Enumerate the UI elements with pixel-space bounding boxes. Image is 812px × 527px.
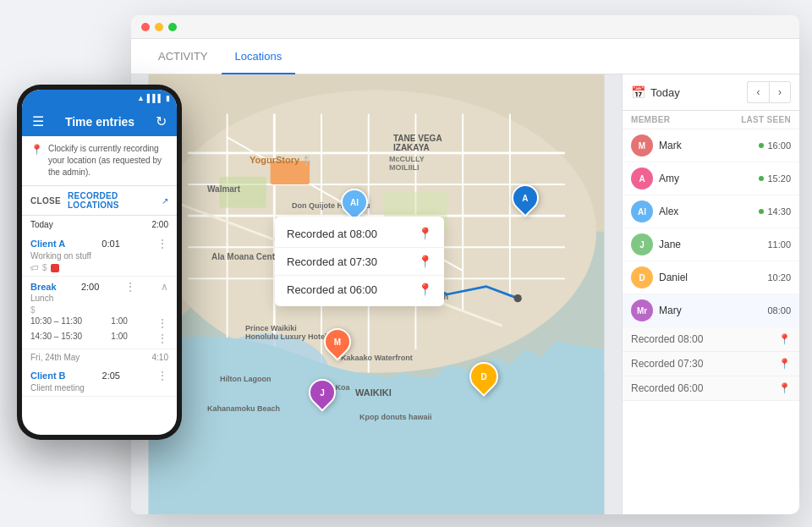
member-row-jane[interactable]: J Jane 11:00 [623, 228, 799, 261]
break-tags: $ [30, 305, 168, 315]
map-pin-user4[interactable]: J [309, 379, 336, 406]
name-jane: Jane [659, 239, 767, 250]
today-duration: 2:00 [152, 220, 168, 229]
location-alert-icon: 📍 [30, 144, 43, 156]
svg-point-22 [514, 294, 522, 302]
phone-alert: 📍 Clockify is currently recording your l… [22, 136, 177, 186]
tag-s-a: $ [42, 263, 47, 272]
prev-arrow[interactable]: ‹ [747, 81, 769, 103]
recorded-row-3[interactable]: Recorded 06:00 📍 [623, 376, 799, 401]
map-pin-user5[interactable]: D [469, 362, 498, 391]
avatar-mary: Mr [631, 299, 653, 321]
break-more-1[interactable]: ⋮ [156, 316, 168, 330]
map-pin-user3[interactable]: M [324, 328, 351, 355]
time-mark: 16:00 [767, 140, 791, 151]
popup-item-2[interactable]: Recorded at 07:30 📍 [275, 248, 444, 276]
recorded-row-2[interactable]: Recorded 07:30 📍 [623, 352, 799, 376]
break-dur-2: 1:00 [111, 332, 127, 345]
avatar-amy: A [631, 167, 653, 189]
stop-button-a[interactable] [51, 264, 59, 272]
map-pin-user2[interactable]: A [512, 184, 539, 211]
popup-item-3[interactable]: Recorded at 06:00 📍 [275, 276, 444, 303]
col-member: MEMBER [631, 115, 670, 124]
refresh-icon[interactable]: ↻ [156, 113, 167, 129]
online-dot-alex [759, 209, 764, 214]
minimize-dot[interactable] [155, 23, 163, 31]
external-link-icon[interactable]: ↗ [162, 196, 168, 206]
avatar-jane: J [631, 233, 653, 255]
entry-time-a: 0:01 [102, 239, 119, 249]
hamburger-icon[interactable]: ☰ [32, 113, 44, 129]
member-list: M Mark 16:00 A Amy 15:20 Al [623, 129, 799, 514]
entry-tags-a: 🏷 $ [30, 263, 168, 272]
battery-icon: ▮ [166, 94, 170, 102]
name-mark: Mark [659, 140, 759, 151]
recorded-label-3: Recorded 06:00 [631, 382, 703, 394]
window-titlebar [131, 15, 799, 39]
nav-arrows: ‹ › [747, 81, 791, 103]
entry-more-a[interactable]: ⋮ [156, 237, 168, 250]
entry-more-b[interactable]: ⋮ [156, 369, 168, 382]
time-mary: 08:00 [767, 305, 791, 316]
entry-header-a: Client A 0:01 ⋮ [30, 237, 168, 250]
tab-locations[interactable]: Locations [222, 39, 296, 74]
today-text: Today [30, 220, 53, 229]
fri-duration: 4:10 [152, 353, 168, 362]
today-group: 📅 Today [631, 85, 680, 99]
popup-pin-1: 📍 [418, 227, 432, 240]
map-pin-user1[interactable]: Al [341, 189, 368, 216]
rec-pin-3: 📍 [778, 382, 791, 394]
map-container: YogurStory 🍴 Walmart TANE VEGAIZAKAYA Mc… [131, 74, 622, 514]
close-dot[interactable] [141, 23, 150, 31]
name-amy: Amy [659, 173, 759, 184]
close-recorded-bar: CLOSE RECORDED LOCATIONS ↗ [22, 186, 177, 216]
tab-activity[interactable]: ACTIVITY [145, 39, 222, 74]
popup-item-1[interactable]: Recorded at 08:00 📍 [275, 220, 444, 248]
table-header: MEMBER LAST SEEN [623, 111, 799, 129]
break-dur-1: 1:00 [111, 316, 127, 330]
avatar-alex: Al [631, 200, 653, 222]
mobile-phone: ▲ ▌▌▌ ▮ ☰ Time entries ↻ 📍 Clockify is c… [17, 85, 182, 440]
popup-pin-3: 📍 [418, 283, 432, 296]
phone-header: ☰ Time entries ↻ [22, 107, 177, 136]
time-alex: 14:30 [767, 206, 791, 217]
alert-text: Clockify is currently recording your loc… [48, 143, 168, 178]
break-sub-times: 10:30 – 11:30 1:00 ⋮ 14:30 – 15:30 1:00 … [30, 316, 168, 345]
break-duration: 2:00 [81, 282, 99, 292]
entry-name-a[interactable]: Client A [30, 239, 65, 249]
member-row-amy[interactable]: A Amy 15:20 [623, 162, 799, 195]
break-name[interactable]: Break [30, 282, 57, 292]
break-more[interactable]: ⋮ [124, 280, 136, 294]
wifi-icon: ▲ [137, 94, 145, 102]
member-row-alex[interactable]: Al Alex 14:30 [623, 195, 799, 228]
scene: ACTIVITY Locations [0, 0, 812, 527]
svg-rect-20 [271, 161, 310, 184]
entry-name-b[interactable]: Client B [30, 371, 66, 381]
popup-pin-2: 📍 [418, 255, 432, 268]
recorded-row-1[interactable]: Recorded 08:00 📍 [623, 327, 799, 352]
map-area[interactable]: YogurStory 🍴 Walmart TANE VEGAIZAKAYA Mc… [131, 74, 622, 514]
window-inner: YogurStory 🍴 Walmart TANE VEGAIZAKAYA Mc… [131, 74, 799, 514]
member-row-mary[interactable]: Mr Mary 08:00 [623, 294, 799, 327]
member-row-mark[interactable]: M Mark 16:00 [623, 129, 799, 162]
next-arrow[interactable]: › [769, 81, 791, 103]
break-time-row-1: 10:30 – 11:30 1:00 ⋮ [30, 316, 168, 330]
phone-screen: ▲ ▌▌▌ ▮ ☰ Time entries ↻ 📍 Clockify is c… [22, 90, 177, 435]
break-sub: Lunch [30, 294, 168, 303]
break-more-2[interactable]: ⋮ [156, 332, 168, 345]
phone-date-row: Fri, 24th May 4:10 [22, 349, 177, 365]
avatar-daniel: D [631, 266, 653, 288]
maximize-dot[interactable] [168, 23, 177, 31]
chevron-up-icon[interactable]: ∧ [161, 281, 168, 293]
close-button[interactable]: CLOSE [30, 196, 61, 206]
time-amy: 15:20 [767, 173, 791, 184]
time-daniel: 10:20 [767, 272, 791, 283]
popup-label-3: Recorded at 06:00 [287, 283, 377, 296]
entry-time-b: 2:05 [102, 371, 120, 381]
phone-entry-client-a: Client A 0:01 ⋮ Working on stuff 🏷 $ [22, 233, 177, 277]
break-time-row-2: 14:30 – 15:30 1:00 ⋮ [30, 332, 168, 345]
break-range-1: 10:30 – 11:30 [30, 316, 82, 330]
tabs-bar: ACTIVITY Locations [131, 39, 799, 74]
recorded-locations-button[interactable]: RECORDED LOCATIONS [68, 191, 155, 210]
member-row-daniel[interactable]: D Daniel 10:20 [623, 261, 799, 294]
